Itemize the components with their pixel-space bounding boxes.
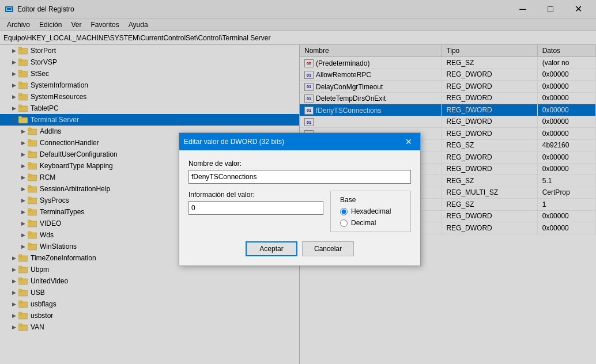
radio-group: Hexadecimal Decimal (340, 207, 401, 227)
dialog-row: Información del valor: Base Hexadecimal … (188, 191, 411, 232)
dialog-title: Editar valor de DWORD (32 bits) (184, 138, 284, 146)
radio-hex[interactable]: Hexadecimal (340, 207, 401, 215)
value-input[interactable] (188, 201, 323, 215)
dialog-close-button[interactable]: ✕ (402, 135, 416, 149)
dialog-buttons: Aceptar Cancelar (188, 241, 411, 256)
value-section: Información del valor: (188, 191, 323, 215)
base-section: Base Hexadecimal Decimal (330, 191, 411, 232)
radio-dec[interactable]: Decimal (340, 219, 401, 227)
name-input[interactable] (188, 170, 411, 184)
radio-dec-label: Decimal (351, 219, 376, 227)
cancel-button[interactable]: Cancelar (302, 241, 354, 256)
dialog: Editar valor de DWORD (32 bits) ✕ Nombre… (179, 132, 421, 266)
radio-hex-label: Hexadecimal (351, 207, 391, 215)
name-label: Nombre de valor: (188, 160, 411, 168)
dialog-body: Nombre de valor: Información del valor: … (179, 150, 420, 266)
ok-button[interactable]: Aceptar (246, 241, 297, 256)
modal-overlay: Editar valor de DWORD (32 bits) ✕ Nombre… (0, 0, 596, 364)
dialog-title-bar: Editar valor de DWORD (32 bits) ✕ (179, 133, 420, 150)
value-label: Información del valor: (188, 191, 323, 199)
base-title: Base (340, 196, 401, 204)
radio-dec-input[interactable] (340, 219, 348, 227)
radio-hex-input[interactable] (340, 208, 348, 215)
